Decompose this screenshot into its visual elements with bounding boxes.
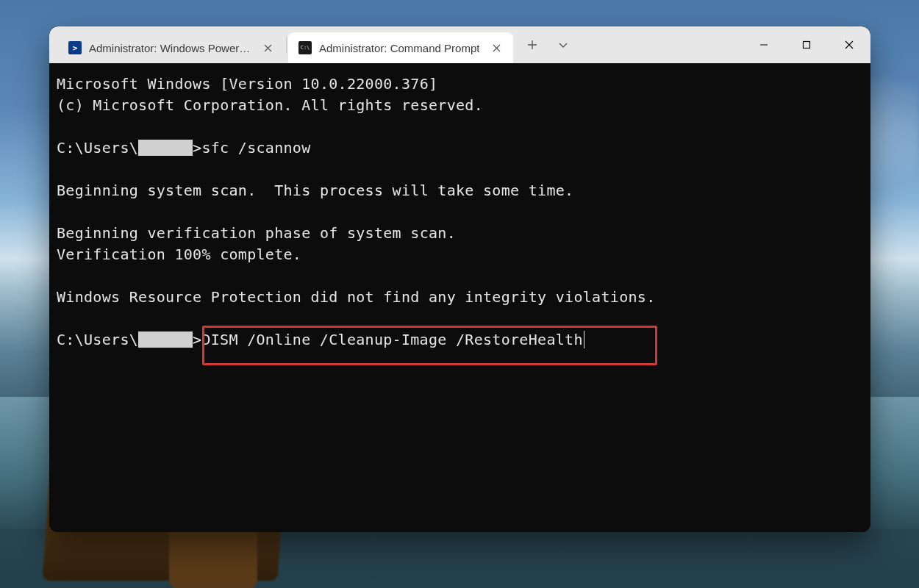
prompt-path: C:\Users\: [57, 331, 138, 348]
terminal-line: [57, 116, 863, 137]
tab-dropdown-button[interactable]: [548, 26, 578, 63]
prompt-suffix: >: [193, 331, 201, 348]
terminal-line: C:\Users\>DISM /Online /Cleanup-Image /R…: [57, 329, 863, 351]
terminal-window: Administrator: Windows PowerShell Admini…: [49, 26, 870, 532]
tab-command-prompt[interactable]: Administrator: Command Prompt: [288, 32, 513, 63]
tab-divider: [286, 37, 287, 53]
redacted-username: [138, 331, 193, 348]
minimize-button[interactable]: [743, 26, 785, 63]
plus-icon: [527, 40, 537, 50]
terminal-line: C:\Users\>sfc /scannow: [57, 137, 863, 159]
terminal-line: [57, 159, 863, 180]
powershell-icon: [68, 41, 82, 54]
tab-close-button[interactable]: [258, 38, 277, 57]
terminal-line: (c) Microsoft Corporation. All rights re…: [57, 95, 863, 116]
close-icon: [264, 44, 272, 52]
window-titlebar[interactable]: Administrator: Windows PowerShell Admini…: [49, 26, 870, 63]
new-tab-button[interactable]: [518, 26, 547, 63]
terminal-line: Beginning verification phase of system s…: [57, 223, 863, 244]
terminal-line: [57, 308, 863, 329]
text-cursor: [584, 331, 585, 348]
tab-close-button[interactable]: [487, 38, 506, 57]
tab-label: Administrator: Windows PowerShell: [89, 42, 251, 54]
chevron-down-icon: [558, 40, 568, 50]
close-icon: [845, 40, 854, 49]
highlighted-command: >DISM /Online /Cleanup-Image /RestoreHea…: [193, 329, 584, 351]
redacted-username: [138, 140, 193, 156]
close-icon: [493, 44, 501, 52]
tab-powershell[interactable]: Administrator: Windows PowerShell: [58, 32, 285, 63]
tab-label: Administrator: Command Prompt: [319, 42, 479, 54]
terminal-line: Microsoft Windows [Version 10.0.22000.37…: [57, 74, 863, 95]
svg-rect-0: [804, 42, 810, 49]
terminal-line: [57, 201, 863, 223]
maximize-button[interactable]: [785, 26, 828, 63]
terminal-output[interactable]: Microsoft Windows [Version 10.0.22000.37…: [49, 63, 870, 532]
window-controls: [743, 26, 870, 63]
terminal-line: Beginning system scan. This process will…: [57, 180, 863, 201]
maximize-icon: [802, 40, 811, 49]
prompt-path: C:\Users\: [57, 139, 138, 157]
tab-strip: Administrator: Windows PowerShell Admini…: [49, 26, 578, 63]
cmd-icon: [298, 41, 312, 54]
minimize-icon: [759, 40, 768, 49]
terminal-line: Windows Resource Protection did not find…: [57, 287, 863, 308]
tab-actions: [518, 26, 578, 63]
prompt-suffix: >: [193, 139, 201, 157]
command-text: DISM /Online /Cleanup-Image /RestoreHeal…: [201, 331, 582, 348]
command-text: sfc /scannow: [201, 139, 310, 157]
terminal-line: [57, 265, 863, 287]
desktop-wallpaper: Administrator: Windows PowerShell Admini…: [0, 0, 919, 588]
window-close-button[interactable]: [828, 26, 870, 63]
terminal-line: Verification 100% complete.: [57, 244, 863, 265]
